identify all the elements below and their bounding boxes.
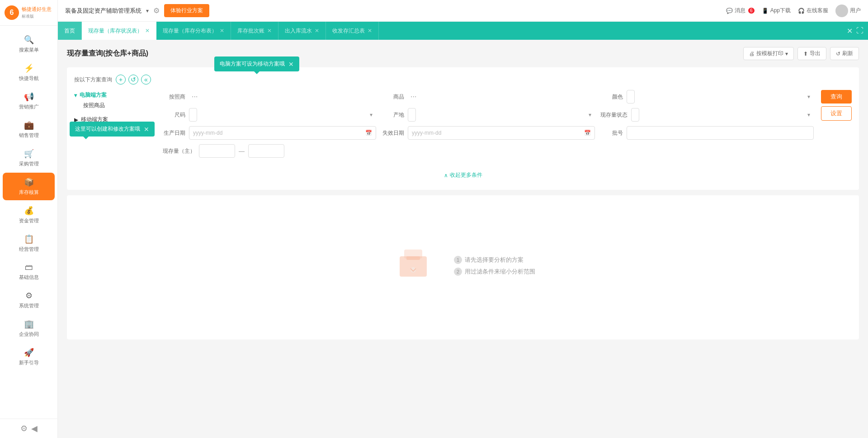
print-icon: 🖨 — [749, 51, 755, 57]
logo-badge: 标准版 — [22, 14, 52, 19]
filter-stock-status-label: 现存量状态 — [600, 111, 627, 119]
filter-origin-label: 产地 — [382, 111, 404, 119]
sidebar-item-label: 销售管理 — [19, 132, 39, 139]
sidebar-item-label: 库存核算 — [19, 189, 39, 196]
message-item[interactable]: 💬 消息 6 — [726, 7, 755, 14]
tooltip-scheme-content: 电脑方案可设为移动方案哦 ✕ — [214, 57, 299, 71]
settings-bottom-icon[interactable]: ⚙ — [20, 424, 28, 433]
sidebar-item-finance[interactable]: 💰 资金管理 — [3, 201, 55, 229]
sidebar-item-label: 新手引导 — [19, 359, 39, 366]
filter-item-color: 颜色 — [600, 90, 814, 104]
message-label: 消息 — [735, 7, 745, 14]
scheme-tree-desktop-item[interactable]: 按照商品 — [74, 100, 156, 111]
filter-item-stock-status: 现存量状态 — [600, 108, 814, 122]
refresh-label: 刷新 — [842, 50, 853, 57]
filter-add-button[interactable]: + — [116, 75, 126, 85]
sidebar-item-system[interactable]: ⚙ 系统管理 — [3, 286, 55, 314]
message-badge: 6 — [748, 8, 755, 14]
filter-expire-date-label: 失效日期 — [382, 129, 404, 137]
collapse-up-icon: ∧ — [444, 172, 448, 179]
set-button[interactable]: 设置 — [821, 106, 852, 121]
user-item[interactable]: 用户 — [835, 5, 861, 17]
filter-expire-date-input[interactable]: yyyy-mm-dd 📅 — [408, 126, 595, 140]
tab-bar: 首页 现存量（库存状况表） ✕ 现存量（库存分布表） ✕ 库存批次账 ✕ 出入库… — [58, 22, 868, 40]
sidebar-item-marketing[interactable]: 📢 营销推广 — [3, 87, 55, 115]
marketing-icon: 📢 — [24, 92, 34, 102]
tab-inventory-dist-label: 现存量（库存分布表） — [163, 27, 217, 35]
sidebar-item-operations[interactable]: 📋 经营管理 — [3, 230, 55, 257]
filter-size-select[interactable] — [189, 108, 197, 122]
tab-batch[interactable]: 库存批次账 ✕ — [231, 22, 278, 40]
refresh-button[interactable]: ↺ 刷新 — [830, 47, 859, 60]
filter-qty-max-input[interactable] — [248, 144, 284, 158]
support-item[interactable]: 🎧 在线客服 — [798, 7, 828, 14]
sidebar-item-search[interactable]: 🔍 搜索菜单 — [3, 30, 55, 58]
tab-close-receive-summary[interactable]: ✕ — [368, 28, 372, 34]
filter-qty-min-input[interactable] — [199, 144, 235, 158]
tooltip-scheme-close[interactable]: ✕ — [288, 61, 294, 68]
filter-qty-row: — — [199, 144, 284, 158]
tab-close-inventory-dist[interactable]: ✕ — [220, 28, 224, 34]
tab-receive-summary[interactable]: 收发存汇总表 ✕ — [326, 22, 379, 40]
step-num-2: 2 — [454, 268, 462, 276]
logo: 6 畅捷通好生意 标准版 — [0, 0, 57, 26]
export-button[interactable]: ⬆ 导出 — [797, 47, 826, 60]
tab-home[interactable]: 首页 — [58, 22, 82, 40]
tab-receive-summary-label: 收发存汇总表 — [332, 27, 365, 35]
experience-button[interactable]: 体验行业方案 — [164, 4, 209, 17]
search-button[interactable]: 查询 — [821, 90, 852, 104]
collapse-bar[interactable]: ∧ 收起更多条件 — [74, 168, 852, 183]
step-1-text: 请先选择要分析的方案 — [465, 256, 524, 264]
sidebar-nav: 🔍 搜索菜单 ⚡ 快捷导航 📢 营销推广 💼 销售管理 🛒 采购管理 📦 — [0, 26, 57, 419]
empty-state-panel: 1 请先选择要分析的方案 2 用过滤条件来缩小分析范围 — [67, 195, 859, 339]
sidebar-item-guide[interactable]: 🚀 新手引导 — [3, 343, 55, 371]
filter-expire-date-placeholder: yyyy-mm-dd — [412, 130, 441, 136]
tab-inventory-dist[interactable]: 现存量（库存分布表） ✕ — [156, 22, 231, 40]
scheme-tree-desktop[interactable]: ▾ 电脑端方案 — [74, 90, 156, 100]
filter-goods-dots[interactable]: ··· — [410, 93, 416, 101]
tab-inventory-status[interactable]: 现存量（库存状况表） ✕ — [82, 22, 156, 40]
app-item[interactable]: 📱 App下载 — [762, 7, 791, 14]
print-button[interactable]: 🖨 按模板打印 ▾ — [743, 47, 794, 60]
tab-close-inout[interactable]: ✕ — [315, 28, 319, 34]
filter-produce-date-input[interactable]: yyyy-mm-dd 📅 — [189, 126, 376, 140]
tooltip2-close[interactable]: ✕ — [144, 126, 149, 133]
sidebar: 6 畅捷通好生意 标准版 🔍 搜索菜单 ⚡ 快捷导航 📢 营销推广 💼 销 — [0, 0, 58, 438]
sidebar-item-label: 资金管理 — [19, 217, 39, 224]
sidebar-item-base[interactable]: 🗃 基础信息 — [3, 258, 55, 285]
sidebar-item-sales[interactable]: 💼 销售管理 — [3, 116, 55, 143]
system-name: 装备及固定资产辅助管理系统 — [65, 7, 142, 15]
sidebar-item-inventory[interactable]: 📦 库存核算 — [3, 173, 55, 200]
filter-batch-no-input[interactable] — [627, 126, 814, 140]
filter-arrow-button[interactable]: « — [141, 75, 151, 85]
tab-minimize-icon[interactable]: ✕ — [847, 27, 853, 35]
tab-inout[interactable]: 出入库流水 ✕ — [278, 22, 326, 40]
sidebar-item-enterprise[interactable]: 🏢 企业协同 — [3, 315, 55, 342]
filter-stock-qty-label: 现存量（主） — [163, 147, 195, 155]
export-label: 导出 — [810, 50, 821, 57]
filter-batch-no-label: 批号 — [600, 129, 623, 137]
tooltip2-text: 这里可以创建和修改方案哦 — [75, 125, 140, 133]
filter-color-select[interactable] — [627, 90, 635, 104]
sidebar-item-nav[interactable]: ⚡ 快捷导航 — [3, 59, 55, 86]
tab-close-inventory-status[interactable]: ✕ — [145, 28, 150, 34]
search-btn-group: 查询 设置 — [821, 90, 852, 121]
sidebar-item-label: 基础信息 — [19, 274, 39, 281]
refresh-icon: ↺ — [836, 51, 840, 57]
message-icon: 💬 — [726, 8, 733, 14]
filter-origin-select[interactable] — [408, 108, 416, 122]
filter-color-label: 颜色 — [600, 93, 623, 101]
filter-refresh-button[interactable]: ↺ — [128, 75, 138, 85]
filter-panel: 按以下方案查询 + ↺ « 电脑方案可设为移动方案哦 ✕ — [67, 67, 859, 190]
system-dropdown[interactable]: ▾ — [146, 8, 149, 14]
topbar-settings-icon[interactable]: ⚙ — [153, 6, 160, 15]
collapse-icon[interactable]: ◀ — [31, 424, 38, 433]
tab-close-batch[interactable]: ✕ — [267, 28, 272, 34]
filter-item-expire-date: 失效日期 yyyy-mm-dd 📅 — [382, 126, 595, 140]
scheme-desktop-item: 按照商品 — [83, 102, 105, 109]
tab-maximize-icon[interactable]: ⛶ — [856, 27, 863, 35]
filter-warehouse-dots[interactable]: ··· — [192, 93, 198, 101]
empty-steps: 1 请先选择要分析的方案 2 用过滤条件来缩小分析范围 — [454, 256, 535, 279]
sidebar-item-purchase[interactable]: 🛒 采购管理 — [3, 144, 55, 172]
filter-stock-status-select[interactable] — [631, 108, 639, 122]
